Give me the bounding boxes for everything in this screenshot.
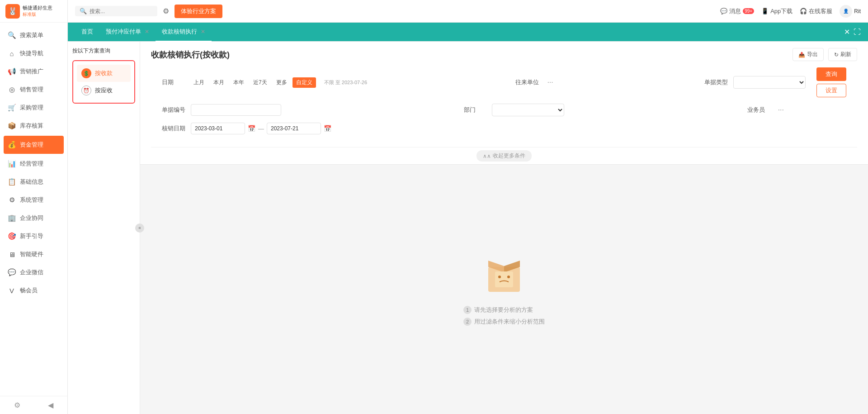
home-icon: ⌂ [7,49,16,58]
sidebar-item-member[interactable]: V 畅会员 [0,281,67,300]
verification-start-input[interactable] [191,123,245,134]
sidebar-item-inventory[interactable]: 📦 库存核算 [0,117,67,135]
topbar-search-box[interactable]: 🔍 [75,6,157,16]
partner-dots-btn[interactable]: ··· [544,78,556,86]
date-tabs: 上月 本月 本年 近7天 更多 自定义 [190,77,316,88]
settings-button[interactable]: 设置 [816,84,846,97]
svg-point-3 [507,276,510,278]
app-download-button[interactable]: 📱 App下载 [761,7,793,15]
filter-row-1: 日期 上月 本月 本年 近7天 更多 自定义 不限 至 2023-07-26 [162,67,846,97]
online-service-button[interactable]: 🎧 在线客服 [800,7,832,15]
tab-prepay[interactable]: 预付冲应付单 ✕ [99,23,156,42]
partner-label: 往来单位 [515,78,539,86]
sidebar-item-system[interactable]: ⚙ 系统管理 [0,191,67,209]
message-icon: 💬 [720,8,727,14]
calendar-end-icon[interactable]: 📅 [324,125,331,132]
member-icon: V [7,286,16,295]
verification-end-input[interactable] [267,123,321,134]
logo-icon: 🐰 [5,4,20,19]
collection-icon: 💲 [81,68,91,78]
staff-label: 业务员 [747,106,770,114]
tabbar-actions: ✕ ⛶ [844,28,861,36]
sidebar-item-finance[interactable]: 💰 资金管理 [4,136,64,154]
sidebar-item-quick-nav[interactable]: ⌂ 快捷导航 [0,44,67,62]
panel-title: 按以下方案查询 [72,47,135,55]
purchase-icon: 🛒 [7,103,16,112]
tabbar: 首页 预付冲应付单 ✕ 收款核销执行 ✕ ✕ ⛶ [68,23,868,42]
date-tab-7days[interactable]: 近7天 [250,77,271,88]
app-icon: 📱 [761,8,769,14]
svg-rect-1 [495,271,513,287]
tab-prepay-close[interactable]: ✕ [145,29,149,35]
sidebar-item-enterprise[interactable]: 🏢 企业协同 [0,209,67,227]
sidebar-item-purchase[interactable]: 🛒 采购管理 [0,99,67,117]
operations-icon: 📊 [7,159,16,168]
message-button[interactable]: 💬 消息 99+ [720,7,754,15]
header-actions: 📤 导出 ↻ 刷新 [793,48,857,61]
verification-date-group: 📅 — 📅 [191,123,331,134]
main-area: 🔍 ⚙ 体验行业方案 💬 消息 99+ 📱 App下载 🎧 在线客服 👤 Rit [68,0,868,414]
sidebar-item-hardware[interactable]: 🖥 智能硬件 [0,245,67,263]
department-label: 部门 [464,106,486,114]
date-tab-this-year[interactable]: 本年 [230,77,248,88]
topbar-actions: 💬 消息 99+ 📱 App下载 🎧 在线客服 👤 Rit [720,5,861,18]
date-tab-last-month[interactable]: 上月 [190,77,208,88]
topbar: 🔍 ⚙ 体验行业方案 💬 消息 99+ 📱 App下载 🎧 在线客服 👤 Rit [68,0,868,23]
step-2-icon: 2 [463,318,472,326]
system-icon: ⚙ [7,195,16,205]
tab-home[interactable]: 首页 [75,23,99,42]
page-title: 收款核销执行(按收款) [151,49,230,60]
department-select[interactable] [492,104,564,116]
filter-type-box: 💲 按收款 ⏰ 按应收 [72,60,135,104]
collapse-more-row: ∧∧ 收起更多条件 [151,147,857,164]
empty-svg [481,253,527,299]
doc-no-input[interactable] [191,104,281,116]
sidebar-item-sales[interactable]: ◎ 销售管理 [0,81,67,99]
sidebar-menu: 🔍 搜索菜单 ⌂ 快捷导航 📢 营销推广 ◎ 销售管理 🛒 采购管理 📦 库存核… [0,23,67,396]
refresh-button[interactable]: ↻ 刷新 [828,48,857,61]
sidebar-item-search[interactable]: 🔍 搜索菜单 [0,26,67,44]
sidebar: 🐰 畅捷通好生意 标准版 🔍 搜索菜单 ⌂ 快捷导航 📢 营销推广 ◎ 销售管理… [0,0,68,414]
doc-no-label: 单据编号 [162,106,185,114]
tab-collection-close[interactable]: ✕ [201,29,205,35]
date-tab-more[interactable]: 更多 [273,77,291,88]
right-content: 收款核销执行(按收款) 📤 导出 ↻ 刷新 [140,42,868,414]
date-tab-this-month[interactable]: 本月 [210,77,228,88]
empty-text: 1 请先选择要分析的方案 2 用过滤条件来缩小分析范围 [463,306,545,326]
sidebar-bottom: ⚙ ◀ [0,396,67,414]
expand-icon[interactable]: ⛶ [854,28,861,36]
export-button[interactable]: 📤 导出 [793,48,824,61]
settings-bottom-icon[interactable]: ⚙ [14,401,20,409]
gear-icon[interactable]: ⚙ [163,7,169,15]
query-button[interactable]: 查询 [816,67,846,81]
receivable-icon: ⏰ [81,86,91,95]
sidebar-item-guide[interactable]: 🎯 新手引导 [0,227,67,245]
sidebar-item-wechat[interactable]: 💬 企业微信 [0,263,67,281]
staff-dots-btn[interactable]: ··· [775,106,787,114]
collapse-sidebar-icon[interactable]: ◀ [48,401,53,409]
panel-collapse-button[interactable]: « [135,224,144,233]
doc-type-select[interactable] [733,76,806,89]
service-icon: 🎧 [800,8,807,14]
calendar-start-icon[interactable]: 📅 [248,125,255,132]
tab-home-label: 首页 [81,28,93,36]
filter-row-3: 核销日期 📅 — 📅 [162,123,846,134]
industry-solution-button[interactable]: 体验行业方案 [175,5,222,18]
sidebar-item-operations[interactable]: 📊 经营管理 [0,155,67,173]
filter-by-receivable[interactable]: ⏰ 按应收 [77,82,131,99]
step-1-icon: 1 [463,306,472,314]
export-icon: 📤 [798,52,805,58]
date-tab-custom[interactable]: 自定义 [292,77,316,88]
sidebar-item-basic-info[interactable]: 📋 基础信息 [0,173,67,191]
search-input[interactable] [90,8,153,14]
tab-collection[interactable]: 收款核销执行 ✕ [156,23,212,42]
filter-by-collection[interactable]: 💲 按收款 [77,65,131,82]
collapse-conditions-button[interactable]: ∧∧ 收起更多条件 [476,150,532,162]
tab-collection-label: 收款核销执行 [162,28,197,36]
empty-line-1: 1 请先选择要分析的方案 [463,306,545,314]
date-label: 日期 [162,78,184,86]
user-profile[interactable]: 👤 Rit [840,5,861,18]
close-tab-icon[interactable]: ✕ [844,28,850,36]
sidebar-item-marketing[interactable]: 📢 营销推广 [0,62,67,81]
inventory-icon: 📦 [7,121,16,130]
